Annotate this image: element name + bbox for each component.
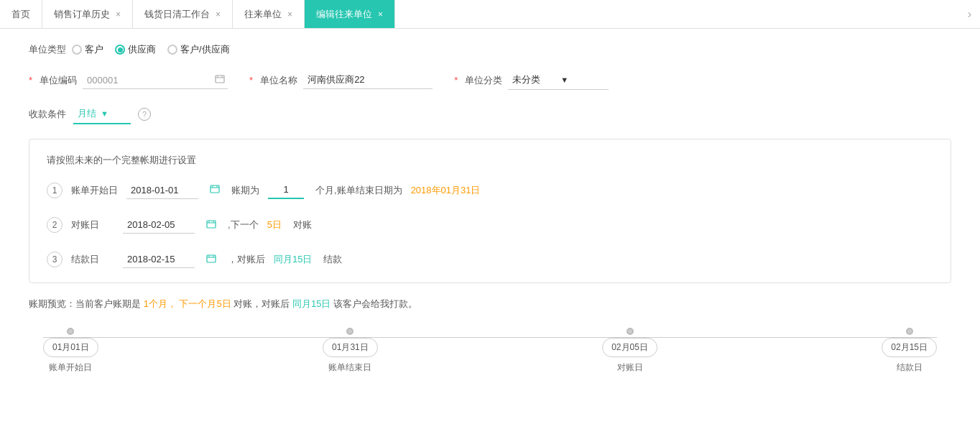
unit-name-label: 单位名称 — [260, 74, 297, 87]
step-1-num: 1 — [47, 183, 63, 198]
payment-condition-value: 月结 — [78, 107, 96, 120]
timeline-label-3: 结款日 — [897, 362, 923, 374]
tab-sales-order[interactable]: 销售订单历史 × — [42, 0, 133, 28]
step-3-prefix: ，对账后 — [228, 253, 265, 266]
unit-code-label: 单位编码 — [40, 74, 77, 87]
timeline-dot-1 — [346, 328, 353, 335]
step-1-label: 账单开始日 — [71, 184, 118, 197]
payment-condition-row: 收款条件 月结 ▼ ? — [29, 104, 951, 124]
unit-category-dropdown[interactable]: 未分类 ▼ — [508, 70, 609, 90]
unit-code-required: * — [29, 75, 32, 86]
tab-edit-counterparty[interactable]: 编辑往来单位 × — [305, 0, 395, 28]
unit-code-icon[interactable] — [212, 74, 228, 86]
step-1-period-label: 账期为 — [231, 184, 259, 197]
step-3-num: 3 — [47, 252, 63, 267]
payment-condition-arrow: ▼ — [101, 109, 108, 118]
timeline-node-2: 02月05日 对账日 — [602, 328, 657, 374]
tab-cash-reconcile[interactable]: 钱货日清工作台 × — [133, 0, 233, 28]
radio-supplier[interactable]: 供应商 — [115, 43, 156, 56]
radio-group: 客户 供应商 客户/供应商 — [72, 43, 230, 56]
tab-bar: 首页 销售订单历史 × 钱货日清工作台 × 往来单位 × 编辑往来单位 × › — [0, 0, 980, 29]
timeline-label-1: 账单结束日 — [328, 362, 371, 374]
timeline-label-2: 对账日 — [617, 362, 643, 374]
tab-cash-reconcile-close[interactable]: × — [216, 9, 221, 19]
payment-condition-dropdown[interactable]: 月结 ▼ — [73, 104, 131, 124]
preview-reconcile-date: 下一个月5日 — [179, 298, 231, 309]
unit-name-input[interactable] — [303, 72, 433, 89]
preview-mid: 对账，对账后 — [234, 298, 290, 309]
timeline-nodes: 01月01日 账单开始日 01月31日 账单结束日 02月05日 对账日 02月… — [43, 328, 937, 374]
unit-type-row: 单位类型 客户 供应商 客户/供应商 — [29, 43, 951, 56]
step-2-date[interactable] — [123, 216, 195, 234]
step-2-prefix: ,下一个 — [228, 218, 259, 231]
timeline-date-3: 02月15日 — [882, 338, 937, 357]
tab-counterparty-label: 往来单位 — [244, 8, 282, 21]
timeline-dot-3 — [906, 328, 913, 335]
svg-rect-4 — [211, 185, 219, 193]
step-1-period-input[interactable] — [268, 181, 304, 199]
unit-code-field: * 单位编码 — [29, 72, 228, 89]
main-content: 单位类型 客户 供应商 客户/供应商 * 单位编码 — [0, 29, 980, 437]
unit-category-value: 未分类 — [512, 73, 556, 86]
step-1-date[interactable] — [126, 182, 198, 199]
timeline-node-3: 02月15日 结款日 — [882, 328, 937, 374]
radio-both-circle — [167, 45, 177, 55]
unit-code-input[interactable] — [83, 72, 212, 88]
unit-category-required: * — [454, 75, 458, 86]
tab-counterparty-close[interactable]: × — [287, 9, 292, 19]
tab-counterparty[interactable]: 往来单位 × — [233, 0, 305, 28]
radio-customer-circle — [72, 45, 82, 55]
tab-sales-order-close[interactable]: × — [116, 9, 121, 19]
timeline-dot-2 — [627, 328, 634, 335]
preview-text: 账期预览：当前客户账期是 1个月， 下一个月5日 对账，对账后 同月15日 该客… — [29, 298, 951, 310]
step-2-label: 对账日 — [71, 218, 114, 231]
help-icon[interactable]: ? — [138, 108, 151, 121]
tab-home[interactable]: 首页 — [0, 0, 42, 28]
unit-name-required: * — [249, 75, 253, 86]
tab-sales-order-label: 销售订单历史 — [54, 8, 110, 21]
preview-period: 1个月， — [144, 298, 177, 309]
step-2-num: 2 — [47, 217, 63, 233]
step-1-end-date: 2018年01月31日 — [411, 184, 481, 197]
step-1-period-unit: 个月,账单结束日期为 — [315, 184, 402, 197]
timeline-node-0: 01月01日 账单开始日 — [43, 328, 98, 374]
payment-condition-label: 收款条件 — [29, 108, 66, 121]
preview-label: 账期预览：当前客户账期是 — [29, 298, 141, 309]
unit-name-field: * 单位名称 — [249, 72, 433, 89]
step-1-row: 1 账单开始日 账期为 个月,账单结束日期为 2018年01月31日 — [47, 181, 933, 199]
unit-category-label: 单位分类 — [465, 74, 502, 87]
svg-rect-0 — [216, 75, 224, 83]
unit-category-arrow: ▼ — [560, 75, 604, 84]
step-2-highlight: 5日 — [267, 218, 282, 231]
timeline-node-1: 01月31日 账单结束日 — [323, 328, 378, 374]
step-2-row: 2 对账日 ,下一个 5日 对账 — [47, 216, 933, 234]
timeline-date-1: 01月31日 — [323, 338, 378, 357]
step-3-row: 3 结款日 ，对账后 同月15日 结款 — [47, 251, 933, 268]
unit-code-input-wrapper — [83, 72, 228, 89]
preview-payment-date: 同月15日 — [292, 298, 330, 309]
step-1-calendar-icon[interactable] — [210, 184, 220, 196]
radio-both-label: 客户/供应商 — [180, 43, 230, 56]
tab-edit-counterparty-close[interactable]: × — [378, 9, 383, 19]
step-2-suffix: 对账 — [293, 218, 312, 231]
timeline-dot-0 — [67, 328, 74, 335]
svg-rect-12 — [207, 255, 216, 262]
unit-type-label: 单位类型 — [29, 43, 66, 56]
unit-info-row: * 单位编码 * 单位名称 * 单位分类 — [29, 70, 951, 90]
step-2-calendar-icon[interactable] — [206, 219, 216, 231]
timeline-date-0: 01月01日 — [43, 338, 98, 357]
tab-expand-button[interactable]: › — [959, 0, 980, 28]
card-title: 请按照未来的一个完整帐期进行设置 — [47, 154, 933, 167]
radio-both[interactable]: 客户/供应商 — [167, 43, 230, 56]
svg-rect-8 — [207, 221, 216, 228]
tab-edit-counterparty-label: 编辑往来单位 — [316, 8, 372, 21]
step-3-calendar-icon[interactable] — [206, 254, 216, 266]
unit-type-field: 单位类型 客户 供应商 客户/供应商 — [29, 43, 230, 56]
tab-home-label: 首页 — [11, 8, 30, 21]
timeline-date-2: 02月05日 — [602, 338, 657, 357]
step-3-date[interactable] — [123, 251, 195, 268]
radio-supplier-circle — [115, 45, 125, 55]
step-3-label: 结款日 — [71, 253, 114, 266]
radio-customer-label: 客户 — [85, 43, 103, 56]
radio-customer[interactable]: 客户 — [72, 43, 103, 56]
